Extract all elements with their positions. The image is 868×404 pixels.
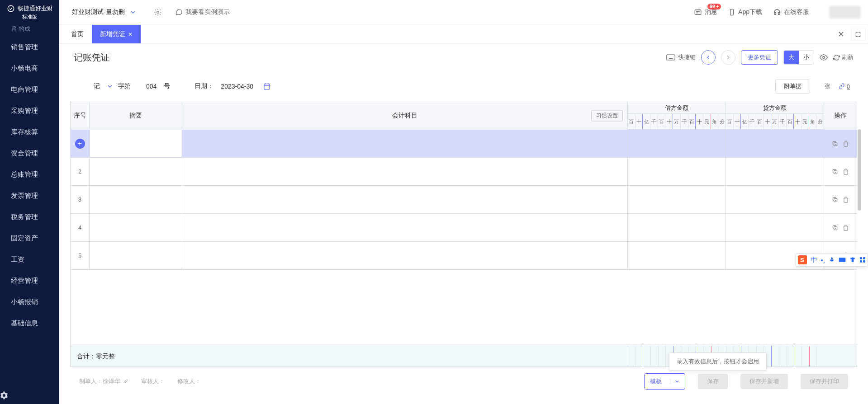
delete-row-button[interactable]	[843, 169, 849, 175]
total-label: 合计：零元整	[71, 352, 182, 361]
cell-summary[interactable]	[90, 130, 182, 157]
cell-debit[interactable]	[628, 242, 726, 269]
prev-voucher-button[interactable]	[701, 50, 716, 65]
voucher-date[interactable]: 2023-04-30	[219, 82, 255, 91]
cell-debit[interactable]	[628, 214, 726, 241]
link-icon[interactable]	[839, 83, 845, 89]
org-settings-button[interactable]	[154, 8, 162, 16]
sidebar-item-purchase[interactable]: 采购管理	[0, 100, 59, 122]
table-row[interactable]: 5	[71, 242, 857, 270]
digit-label: 元	[703, 114, 711, 129]
sidebar-item-salary[interactable]: 工资	[0, 249, 59, 270]
sidebar-item-fixed-assets[interactable]: 固定资产	[0, 228, 59, 249]
copy-row-button[interactable]	[832, 197, 838, 203]
cell-debit[interactable]	[628, 186, 726, 213]
ime-punct-icon[interactable]: •,	[821, 256, 825, 264]
scrollbar[interactable]	[858, 129, 861, 211]
cell-credit[interactable]	[726, 158, 824, 185]
cell-debit[interactable]	[628, 130, 726, 157]
cell-summary[interactable]	[90, 242, 182, 269]
sidebar-item-reimburse[interactable]: 小畅报销	[0, 291, 59, 313]
tab-new-voucher[interactable]: 新增凭证 ✕	[92, 25, 141, 43]
sidebar-item-base-info[interactable]: 基础信息	[0, 313, 59, 334]
calendar-button[interactable]	[263, 83, 270, 90]
delete-row-button[interactable]	[843, 225, 849, 231]
attach-document-button[interactable]: 附单据	[775, 79, 810, 94]
sidebar-settings-button[interactable]	[0, 387, 59, 404]
voucher-number[interactable]: 004	[144, 82, 158, 91]
copy-row-button[interactable]	[832, 225, 838, 231]
voucher-type[interactable]: 记	[92, 81, 102, 91]
shortcut-button[interactable]: 快捷键	[666, 53, 696, 61]
voucher-area: 记 字第 004 号 日期： 2023-04-30 附单据 张	[59, 71, 868, 404]
next-voucher-button[interactable]	[721, 50, 735, 65]
sidebar-item-operation[interactable]: 经营管理	[0, 270, 59, 291]
ime-keyboard-icon[interactable]	[839, 257, 846, 263]
sidebar-item-ledger[interactable]: 总账管理	[0, 164, 59, 185]
user-avatar[interactable]	[829, 6, 861, 19]
delete-row-button[interactable]	[843, 197, 849, 203]
cell-subject[interactable]	[182, 242, 628, 269]
size-large-button[interactable]: 大	[784, 51, 799, 64]
cell-summary[interactable]	[90, 158, 182, 185]
copy-row-button[interactable]	[832, 141, 838, 147]
cell-credit[interactable]	[726, 214, 824, 241]
template-button[interactable]: 模板	[644, 373, 685, 390]
cell-summary[interactable]	[90, 214, 182, 241]
cell-subject[interactable]	[182, 214, 628, 241]
sidebar-item-tax[interactable]: 税务管理	[0, 207, 59, 228]
sidebar-item-ecommerce[interactable]: 电商管理	[0, 79, 59, 100]
copy-row-button[interactable]	[832, 169, 838, 175]
app-download-button[interactable]: App下载	[728, 8, 762, 16]
ime-toolbar[interactable]: S 中 •,	[796, 253, 868, 267]
sidebar-item-sales[interactable]: 销售管理	[0, 37, 59, 58]
cell-subject[interactable]	[182, 186, 628, 213]
org-selector[interactable]: 好业财测试-量勿删	[59, 8, 148, 16]
cell-summary[interactable]	[90, 186, 182, 213]
habit-settings-button[interactable]: 习惯设置	[591, 110, 623, 121]
table-row[interactable]: +	[71, 130, 857, 158]
ime-mic-icon[interactable]	[829, 257, 835, 263]
table-row[interactable]: 4	[71, 214, 857, 242]
table-row[interactable]: 2	[71, 158, 857, 186]
delete-row-button[interactable]	[843, 141, 849, 147]
main-content: 首页 新增凭证 ✕ ✕ 记账凭证 快捷键	[59, 25, 868, 404]
sidebar-item-cutoff[interactable]: 旨 的成	[0, 25, 59, 37]
th-debit: 借方金额	[628, 102, 726, 114]
size-small-button[interactable]: 小	[799, 51, 814, 64]
sidebar-item-invoice[interactable]: 发票管理	[0, 185, 59, 207]
more-voucher-button[interactable]: 更多凭证	[741, 50, 778, 65]
chevron-down-icon[interactable]	[107, 84, 113, 89]
tab-home[interactable]: 首页	[63, 25, 92, 43]
table-row[interactable]: 3	[71, 186, 857, 214]
th-subject: 会计科目 习惯设置	[182, 102, 628, 129]
messages-button[interactable]: 消息 99 +	[694, 8, 717, 16]
edit-icon[interactable]	[123, 379, 128, 384]
sidebar-item-inventory[interactable]: 库存核算	[0, 122, 59, 143]
cell-credit[interactable]	[726, 130, 824, 157]
sidebar-item-funds[interactable]: 资金管理	[0, 143, 59, 164]
cell-seq: 2	[71, 158, 90, 185]
cell-debit[interactable]	[628, 158, 726, 185]
cell-credit[interactable]	[726, 186, 824, 213]
brand-name: 畅捷通好业财	[18, 5, 53, 13]
summary-input[interactable]	[90, 130, 182, 157]
svg-point-0	[8, 5, 14, 12]
digit-label: 千	[749, 114, 756, 129]
ime-lang-icon[interactable]: 中	[811, 256, 817, 264]
fullscreen-button[interactable]	[851, 28, 865, 41]
ime-menu-icon[interactable]	[859, 257, 866, 263]
ime-skin-icon[interactable]	[849, 257, 856, 263]
cell-subject[interactable]	[182, 158, 628, 185]
close-all-tabs-button[interactable]: ✕	[834, 28, 848, 41]
refresh-button[interactable]: 刷新	[833, 53, 854, 61]
preview-button[interactable]	[820, 53, 828, 61]
save-new-button: 保存并新增	[740, 374, 788, 389]
th-summary: 摘要	[90, 102, 182, 129]
tab-close-icon[interactable]: ✕	[128, 31, 133, 38]
cell-subject[interactable]	[182, 130, 628, 157]
demo-link[interactable]: 我要看实例演示	[175, 8, 230, 16]
sidebar-item-xiaochang-ec[interactable]: 小畅电商	[0, 58, 59, 79]
add-row-button[interactable]: +	[75, 139, 85, 149]
online-service-button[interactable]: 在线客服	[773, 8, 809, 16]
